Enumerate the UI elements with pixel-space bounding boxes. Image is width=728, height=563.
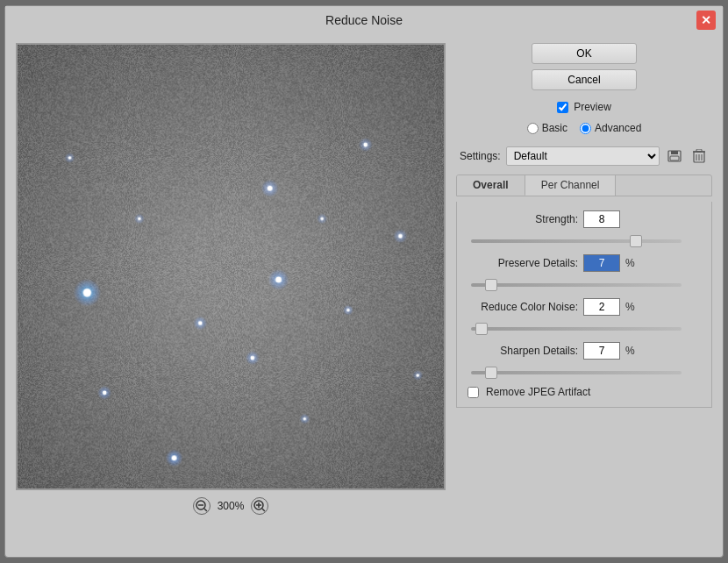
- preserve-details-input[interactable]: [583, 254, 620, 272]
- bottom-spacer: [5, 546, 723, 557]
- sharpen-details-slider-row: [464, 365, 704, 377]
- reduce-color-noise-row: Reduce Color Noise: %: [464, 298, 704, 316]
- reduce-color-noise-slider[interactable]: [471, 327, 682, 331]
- reduce-color-noise-pct: %: [625, 301, 635, 313]
- settings-row: Settings: Default: [456, 146, 712, 166]
- strength-slider-row: [464, 233, 704, 246]
- sharpen-details-slider[interactable]: [471, 371, 682, 374]
- svg-line-1: [204, 509, 207, 511]
- basic-label: Basic: [542, 122, 567, 134]
- dialog-body: 300% OK Cancel Preview Basic: [5, 34, 723, 546]
- title-bar: Reduce Noise ✕: [5, 6, 723, 34]
- svg-rect-12: [696, 149, 702, 152]
- reduce-color-noise-slider-row: [464, 321, 704, 333]
- zoom-out-icon[interactable]: [193, 497, 211, 515]
- remove-jpeg-label[interactable]: Remove JPEG Artifact: [486, 386, 590, 398]
- preserve-details-slider[interactable]: [471, 283, 682, 287]
- save-icon: [667, 150, 682, 162]
- sharpen-details-label: Sharpen Details:: [464, 345, 578, 357]
- svg-rect-9: [670, 156, 679, 160]
- strength-label: Strength:: [464, 213, 578, 225]
- noise-canvas: [18, 45, 444, 488]
- advanced-label: Advanced: [595, 122, 641, 134]
- preserve-details-slider-row: [464, 277, 704, 289]
- delete-settings-button[interactable]: [689, 146, 709, 166]
- svg-rect-8: [671, 151, 678, 154]
- preserve-details-label: Preserve Details:: [464, 257, 578, 269]
- strength-input[interactable]: [583, 210, 620, 228]
- reduce-noise-dialog: Reduce Noise ✕ 300% OK Cancel: [4, 5, 724, 558]
- ok-button[interactable]: OK: [532, 43, 637, 64]
- basic-radio[interactable]: [527, 123, 539, 134]
- preview-image: [16, 43, 446, 490]
- sharpen-details-input[interactable]: [583, 342, 620, 360]
- strength-slider[interactable]: [471, 239, 682, 243]
- svg-line-4: [262, 509, 265, 511]
- preview-panel: 300%: [16, 43, 446, 546]
- preview-row: Preview: [456, 101, 712, 113]
- save-settings-button[interactable]: [665, 146, 684, 166]
- advanced-radio[interactable]: [580, 123, 591, 134]
- settings-select[interactable]: Default: [506, 146, 660, 166]
- tab-overall[interactable]: Overall: [457, 175, 525, 196]
- settings-label: Settings:: [460, 150, 501, 162]
- preview-checkbox[interactable]: [557, 102, 568, 113]
- zoom-bar: 300%: [16, 497, 446, 515]
- controls-panel: OK Cancel Preview Basic Advanced: [456, 43, 712, 546]
- preserve-details-row: Preserve Details: %: [464, 254, 704, 272]
- zoom-in-icon[interactable]: [251, 497, 268, 515]
- remove-jpeg-checkbox[interactable]: [467, 387, 479, 398]
- mode-row: Basic Advanced: [456, 122, 712, 134]
- remove-jpeg-row: Remove JPEG Artifact: [464, 386, 704, 398]
- preview-label[interactable]: Preview: [574, 101, 611, 113]
- cancel-button[interactable]: Cancel: [532, 69, 637, 90]
- basic-radio-label[interactable]: Basic: [527, 122, 567, 134]
- tab-content: Strength: Preserve Details: % Redu: [456, 202, 712, 408]
- strength-row: Strength:: [464, 210, 704, 228]
- trash-icon: [693, 149, 705, 163]
- action-buttons: OK Cancel: [456, 43, 712, 90]
- sharpen-details-pct: %: [625, 345, 635, 357]
- dialog-title: Reduce Noise: [325, 13, 403, 27]
- close-button[interactable]: ✕: [696, 11, 716, 30]
- reduce-color-noise-label: Reduce Color Noise:: [464, 301, 578, 313]
- tab-per-channel[interactable]: Per Channel: [525, 175, 617, 196]
- preserve-details-pct: %: [625, 257, 635, 269]
- zoom-level: 300%: [218, 500, 245, 512]
- tabs: Overall Per Channel: [456, 175, 712, 196]
- reduce-color-noise-input[interactable]: [583, 298, 620, 316]
- sharpen-details-row: Sharpen Details: %: [464, 342, 704, 360]
- advanced-radio-label[interactable]: Advanced: [580, 122, 641, 134]
